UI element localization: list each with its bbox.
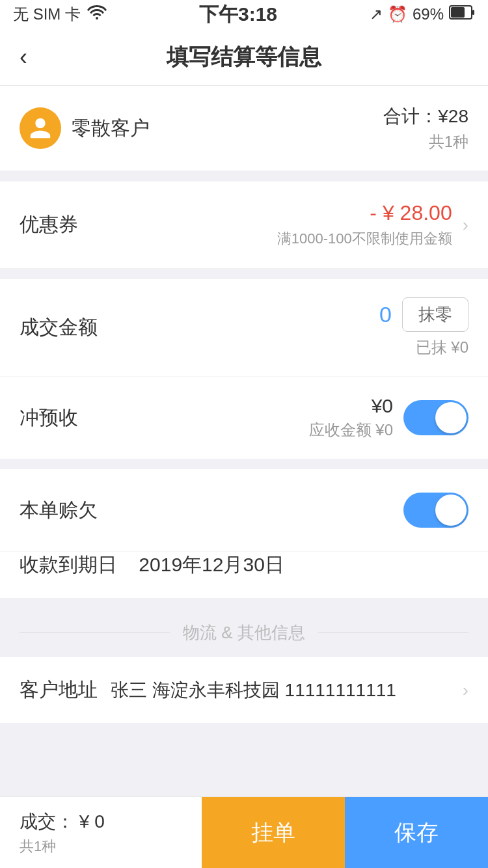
customer-left: 零散客户: [20, 107, 150, 149]
wifi-icon: [87, 5, 107, 23]
round-off-button[interactable]: 抹零: [402, 297, 468, 332]
due-date-text: 收款到期日 2019年12月30日: [20, 554, 284, 575]
location-icon: ↗: [370, 5, 383, 23]
due-date-label: 收款到期日: [20, 554, 117, 575]
debt-label: 本单赊欠: [20, 497, 98, 524]
deal-right: 0 抹零 已抹 ¥0: [379, 297, 468, 358]
customer-avatar: [20, 107, 61, 149]
address-value: 张三 海淀永丰科技园 11111111111: [111, 678, 457, 703]
bottom-count: 共1种: [20, 837, 182, 856]
advance-right: ¥0 应收金额 ¥0: [309, 395, 468, 441]
deal-sub-text: 已抹 ¥0: [416, 337, 468, 358]
advance-info: ¥0 应收金额 ¥0: [309, 395, 393, 441]
coupon-chevron-icon: ›: [463, 215, 468, 236]
advance-amount: ¥0: [309, 395, 393, 417]
debt-toggle[interactable]: [403, 493, 468, 528]
page-title: 填写结算等信息: [167, 42, 321, 72]
customer-section: 零散客户 合计：¥28 共1种: [0, 86, 488, 170]
deal-value: 0: [379, 302, 392, 327]
alarm-icon: ⏰: [388, 5, 407, 23]
logistics-line-left: [20, 632, 170, 633]
coupon-amount: - ¥ 28.00: [277, 201, 452, 225]
advance-toggle[interactable]: [403, 400, 468, 435]
total-amount: 合计：¥28: [383, 104, 468, 129]
coupon-info: - ¥ 28.00 满1000-100不限制使用金额: [277, 201, 452, 249]
total-count: 共1种: [383, 131, 468, 152]
bottom-info: 成交： ¥ 0 共1种: [0, 809, 202, 856]
deal-section: 成交金额 0 抹零 已抹 ¥0 冲预收 ¥0 应收金额 ¥0: [0, 279, 488, 459]
status-left: 无 SIM 卡: [13, 4, 107, 25]
bottom-deal-value: ¥ 0: [79, 811, 105, 832]
address-label: 客户地址: [20, 677, 98, 703]
sim-status: 无 SIM 卡: [13, 4, 81, 25]
debt-row: 本单赊欠: [0, 469, 488, 551]
deal-row: 成交金额 0 抹零 已抹 ¥0: [0, 279, 488, 377]
bottom-deal-label: 成交：: [20, 811, 74, 832]
due-date-value: 2019年12月30日: [139, 554, 284, 575]
save-button[interactable]: 保存: [345, 797, 488, 869]
coupon-label: 优惠券: [20, 211, 78, 238]
person-icon: [28, 116, 53, 141]
svg-rect-2: [472, 10, 474, 15]
address-chevron-icon: ›: [463, 680, 468, 701]
content: 零散客户 合计：¥28 共1种 优惠券 - ¥ 28.00 满1000-100不…: [0, 86, 488, 801]
logistics-line-right: [318, 632, 468, 633]
due-date-row: 收款到期日 2019年12月30日: [0, 551, 488, 598]
bottom-bar: 成交： ¥ 0 共1种 挂单 保存: [0, 796, 488, 868]
customer-name: 零散客户: [72, 115, 150, 142]
deal-label: 成交金额: [20, 314, 98, 341]
pending-button[interactable]: 挂单: [202, 797, 345, 869]
logistics-divider: 物流 & 其他信息: [0, 608, 488, 657]
nav-bar: ‹ 填写结算等信息: [0, 29, 488, 86]
coupon-right: - ¥ 28.00 满1000-100不限制使用金额 ›: [277, 201, 468, 249]
battery-icon: [449, 5, 475, 23]
status-bar: 无 SIM 卡 下午3:18 ↗ ⏰ 69%: [0, 0, 488, 29]
advance-label: 冲预收: [20, 405, 78, 431]
address-section[interactable]: 客户地址 张三 海淀永丰科技园 11111111111 ›: [0, 657, 488, 723]
debt-section: 本单赊欠 收款到期日 2019年12月30日: [0, 469, 488, 598]
bottom-deal-amount: 成交： ¥ 0: [20, 809, 182, 834]
status-time: 下午3:18: [199, 1, 277, 28]
battery-percent: 69%: [413, 5, 444, 23]
svg-rect-1: [451, 7, 465, 18]
customer-right: 合计：¥28 共1种: [383, 104, 468, 152]
coupon-description: 满1000-100不限制使用金额: [277, 229, 452, 249]
back-button[interactable]: ‹: [20, 44, 27, 71]
status-right: ↗ ⏰ 69%: [370, 5, 475, 23]
coupon-section[interactable]: 优惠券 - ¥ 28.00 满1000-100不限制使用金额 ›: [0, 181, 488, 269]
advance-row: 冲预收 ¥0 应收金额 ¥0: [0, 377, 488, 459]
deal-value-row: 0 抹零: [379, 297, 468, 332]
logistics-label: 物流 & 其他信息: [170, 621, 318, 644]
advance-receivable: 应收金额 ¥0: [309, 420, 393, 441]
